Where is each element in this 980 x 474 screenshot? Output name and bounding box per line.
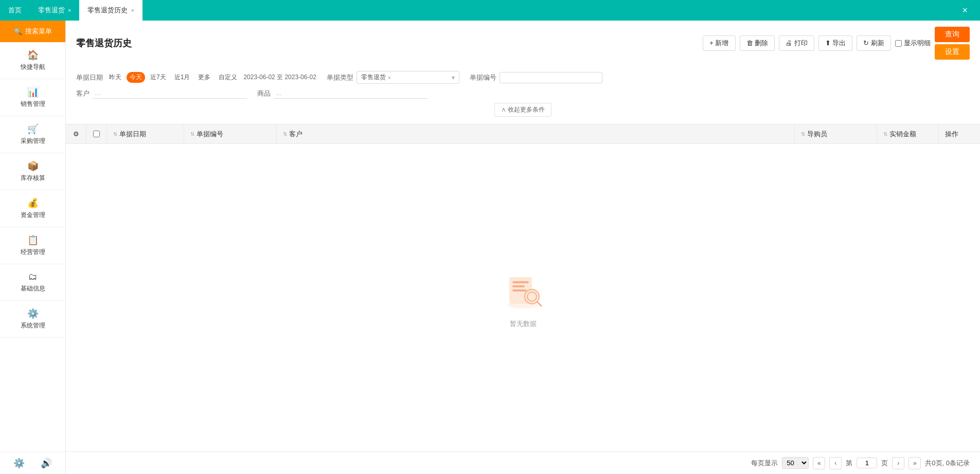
customer-label: 客户 <box>76 89 90 98</box>
th-customer[interactable]: ⇅ 客户 <box>277 124 795 143</box>
sidebar-bottom: ⚙️ 🔊 <box>0 452 65 474</box>
print-button[interactable]: 🖨 打印 <box>779 35 814 51</box>
first-page-button[interactable]: « <box>813 457 825 469</box>
tab-retail-return-history-close[interactable]: × <box>131 7 134 13</box>
date-today[interactable]: 今天 <box>127 72 145 83</box>
bill-type-tag: 零售退货 × <box>361 73 391 82</box>
sidebar-search[interactable]: 🔍 搜索菜单 <box>0 21 65 42</box>
per-page-label: 每页显示 <box>751 459 778 468</box>
th-date-label: 单据日期 <box>119 130 146 139</box>
tab-retail-return-history[interactable]: 零售退货历史 × <box>79 0 142 21</box>
goods-label: 商品 <box>257 89 271 98</box>
empty-icon <box>500 267 546 313</box>
th-bill-no[interactable]: ⇅ 单据编号 <box>184 124 277 143</box>
tab-retail-return-close[interactable]: × <box>68 7 71 13</box>
customer-placeholder: … <box>95 89 101 97</box>
date-filter: 单据日期 昨天 今天 近7天 近1月 更多 自定义 2023-06-02 至 2… <box>76 72 316 83</box>
goods-input[interactable]: … <box>274 88 428 99</box>
sidebar-item-operations[interactable]: 📋 经营管理 <box>0 227 65 264</box>
tab-retail-return[interactable]: 零售退货 × <box>30 0 79 21</box>
th-settings[interactable]: ⚙ <box>66 124 86 143</box>
th-op-label: 操作 <box>945 130 958 139</box>
collapse-button[interactable]: ∧ 收起更多条件 <box>494 103 551 117</box>
search-icon: 🔍 <box>14 28 22 35</box>
per-page-select[interactable]: 50 10 20 100 <box>782 457 809 469</box>
sidebar-item-quick-nav[interactable]: 🏠 快捷导航 <box>0 42 65 79</box>
last-page-button[interactable]: » <box>908 457 921 469</box>
show-detail-checkbox[interactable] <box>895 40 902 47</box>
sidebar-item-finance[interactable]: 💰 资金管理 <box>0 190 65 227</box>
tab-home-label: 首页 <box>8 6 22 15</box>
add-button[interactable]: + 新增 <box>703 35 735 51</box>
header-actions: + 新增 🗑 删除 🖨 打印 ⬆ 导出 ↻ 刷新 显示明细 查询 设置 <box>703 27 970 60</box>
svg-rect-4 <box>512 289 527 291</box>
basic-info-label: 基础信息 <box>21 284 45 293</box>
th-guide[interactable]: ⇅ 导购员 <box>795 124 877 143</box>
content: 零售退货历史 + 新增 🗑 删除 🖨 打印 ⬆ 导出 ↻ 刷新 显示明细 查询 … <box>66 21 980 474</box>
sidebar-item-basic-info[interactable]: 🗂 基础信息 <box>0 264 65 301</box>
bill-type-tag-close[interactable]: × <box>388 75 391 81</box>
date-custom[interactable]: 自定义 <box>216 72 240 83</box>
setup-button[interactable]: 设置 <box>935 44 970 60</box>
show-detail-label[interactable]: 显示明细 <box>895 39 931 48</box>
th-date[interactable]: ⇅ 单据日期 <box>107 124 184 143</box>
page-title: 零售退货历史 <box>76 37 703 49</box>
th-amount-sort-icon: ⇅ <box>883 131 887 137</box>
date-label: 单据日期 <box>76 73 103 82</box>
empty-state: 暂无数据 <box>66 144 980 451</box>
operations-label: 经营管理 <box>21 248 45 257</box>
bill-no-filter: 单据编号 <box>470 72 602 83</box>
refresh-button[interactable]: ↻ 刷新 <box>857 35 891 51</box>
next-page-button[interactable]: › <box>892 457 904 469</box>
sidebar-item-sales[interactable]: 📊 销售管理 <box>0 79 65 116</box>
quick-nav-icon: 🏠 <box>27 49 39 61</box>
sidebar-item-purchase[interactable]: 🛒 采购管理 <box>0 116 65 153</box>
sidebar-item-inventory[interactable]: 📦 库存核算 <box>0 153 65 190</box>
window-close-button[interactable]: × <box>958 3 972 17</box>
filter-row-2: 客户 … 商品 … <box>76 88 970 99</box>
show-detail-text: 显示明细 <box>904 39 931 48</box>
sidebar-settings-icon[interactable]: ⚙️ <box>13 458 25 469</box>
inventory-icon: 📦 <box>27 160 39 172</box>
tab-retail-return-label: 零售退货 <box>38 6 65 15</box>
date-last7[interactable]: 近7天 <box>147 72 169 83</box>
tab-retail-return-history-label: 零售退货历史 <box>87 6 128 15</box>
tab-home[interactable]: 首页 <box>0 0 30 21</box>
table-area: ⚙ ⇅ 单据日期 ⇅ 单据编号 ⇅ 客户 ⇅ <box>66 124 980 474</box>
bill-type-dropdown-icon: ▾ <box>452 74 455 81</box>
topbar-tabs: 首页 零售退货 × 零售退货历史 × <box>0 0 958 21</box>
query-setup-group: 查询 设置 <box>935 27 970 60</box>
prev-page-button[interactable]: ‹ <box>829 457 842 469</box>
export-button[interactable]: ⬆ 导出 <box>818 35 853 51</box>
th-checkbox[interactable] <box>86 124 107 143</box>
settings-icon: ⚙ <box>73 130 79 138</box>
bill-no-input[interactable] <box>500 72 602 83</box>
purchase-icon: 🛒 <box>27 123 39 135</box>
operations-icon: 📋 <box>27 234 39 246</box>
date-last-month[interactable]: 近1月 <box>171 72 193 83</box>
date-more[interactable]: 更多 <box>195 72 213 83</box>
purchase-label: 采购管理 <box>21 137 45 145</box>
finance-label: 资金管理 <box>21 211 45 220</box>
query-button[interactable]: 查询 <box>935 27 970 42</box>
date-yesterday[interactable]: 昨天 <box>106 72 124 83</box>
customer-input[interactable]: … <box>93 88 247 99</box>
topbar: 首页 零售退货 × 零售退货历史 × × <box>0 0 980 21</box>
svg-rect-3 <box>512 285 525 287</box>
bill-type-select[interactable]: 零售退货 × ▾ <box>357 71 459 84</box>
main-layout: 🔍 搜索菜单 🏠 快捷导航 📊 销售管理 🛒 采购管理 📦 库存核算 💰 资金管… <box>0 21 980 474</box>
sidebar-search-label: 搜索菜单 <box>25 27 52 36</box>
th-date-sort-icon: ⇅ <box>113 131 117 137</box>
sales-label: 销售管理 <box>21 100 45 108</box>
sidebar: 🔍 搜索菜单 🏠 快捷导航 📊 销售管理 🛒 采购管理 📦 库存核算 💰 资金管… <box>0 21 66 474</box>
sidebar-audio-icon[interactable]: 🔊 <box>41 458 52 469</box>
page-input[interactable] <box>857 458 877 468</box>
filter-area: 单据日期 昨天 今天 近7天 近1月 更多 自定义 2023-06-02 至 2… <box>76 66 970 124</box>
sidebar-item-system[interactable]: ⚙️ 系统管理 <box>0 301 65 338</box>
table-header: ⚙ ⇅ 单据日期 ⇅ 单据编号 ⇅ 客户 ⇅ <box>66 124 980 144</box>
select-all-checkbox[interactable] <box>93 131 100 137</box>
customer-filter: 客户 … <box>76 88 247 99</box>
th-guide-sort-icon: ⇅ <box>801 131 805 137</box>
delete-button[interactable]: 🗑 删除 <box>740 35 775 51</box>
th-amount[interactable]: ⇅ 实销金额 <box>877 124 939 143</box>
